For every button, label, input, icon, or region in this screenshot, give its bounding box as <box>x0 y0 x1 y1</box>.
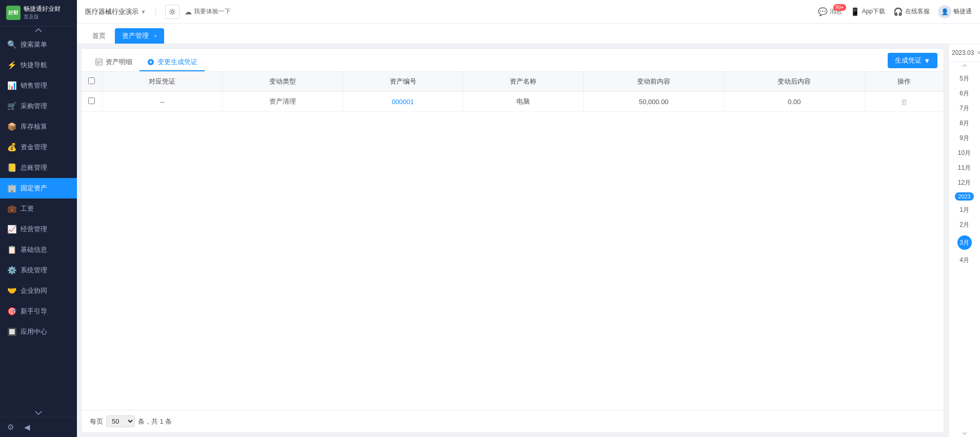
sidebar-item-sales[interactable]: 📊 销售管理 <box>0 75 77 96</box>
avatar: 👤 <box>938 5 951 18</box>
sidebar-item-label: 快捷导航 <box>21 61 47 70</box>
user-menu[interactable]: 👤 畅捷通 <box>938 5 972 18</box>
calendar-month-3-active[interactable]: 3月 <box>957 235 972 250</box>
settings-button[interactable] <box>165 5 179 19</box>
settings-icon[interactable]: ⚙ <box>7 423 14 432</box>
tab-asset-management[interactable]: 资产管理 × <box>115 28 164 44</box>
calendar-prev-button[interactable] <box>949 62 980 69</box>
fixed-assets-icon: 🏢 <box>7 184 16 193</box>
sidebar-item-ledger[interactable]: 📒 总账管理 <box>0 157 77 178</box>
message-icon: 💬 <box>818 7 828 16</box>
search-icon: 🔍 <box>7 40 16 49</box>
row-after-change: 0.00 <box>724 92 865 112</box>
sidebar-item-label: 基础信息 <box>21 245 47 254</box>
calendar-month-8[interactable]: 8月 <box>949 116 980 131</box>
online-service-label: 在线客服 <box>905 7 930 16</box>
select-all-checkbox[interactable] <box>88 77 95 84</box>
sidebar-item-label: 销售管理 <box>21 81 47 90</box>
sidebar-item-label: 新手引导 <box>21 307 47 316</box>
calendar-month-9[interactable]: 9月 <box>949 131 980 146</box>
calendar-month-12[interactable]: 12月 <box>949 175 980 190</box>
app-download-button[interactable]: 📱 App下载 <box>850 7 885 16</box>
th-voucher: 对应凭证 <box>102 72 223 92</box>
asset-code-link[interactable]: 000001 <box>392 98 414 106</box>
topbar-divider <box>155 8 156 16</box>
topbar: 医疗器械行业演示 ▼ ☁ 我要体验一下 💬 消息 99+ 📱 App下载 <box>77 0 980 24</box>
collapse-icon[interactable]: ◀ <box>24 423 30 432</box>
calendar-close-button[interactable]: × <box>974 48 980 57</box>
sub-tab-change-voucher-label: 变更生成凭证 <box>157 57 197 67</box>
generate-btn-label: 生成凭证 <box>895 56 922 65</box>
tab-home[interactable]: 首页 <box>85 28 113 44</box>
svg-point-0 <box>171 10 173 13</box>
row-before-change: 50,000.00 <box>584 92 724 112</box>
logo-title: 畅捷通好业财 <box>24 5 61 13</box>
row-asset-code: 000001 <box>343 92 463 112</box>
th-before-change: 变动前内容 <box>584 72 724 92</box>
sidebar-item-label: 固定资产 <box>21 184 47 193</box>
asset-table: 对应凭证 变动类型 资产编号 资产名称 变动前内容 变动后内容 操作 <box>82 72 944 112</box>
ledger-icon: 📒 <box>7 163 16 172</box>
sidebar-item-app-center[interactable]: 🔲 应用中心 <box>0 322 77 342</box>
sidebar-item-basic-info[interactable]: 📋 基础信息 <box>0 240 77 260</box>
table-container: 对应凭证 变动类型 资产编号 资产名称 变动前内容 变动后内容 操作 <box>82 72 944 410</box>
th-operation: 操作 <box>865 72 944 92</box>
calendar-month-7[interactable]: 7月 <box>949 101 980 116</box>
sidebar-item-system[interactable]: ⚙️ 系统管理 <box>0 260 77 281</box>
online-service-button[interactable]: 🎧 在线客服 <box>893 7 930 16</box>
calendar-month-6[interactable]: 6月 <box>949 86 980 101</box>
basic-info-icon: 📋 <box>7 245 16 254</box>
tab-close-icon[interactable]: × <box>154 33 157 39</box>
sidebar-item-label: 工资 <box>21 204 34 213</box>
row-change-type: 资产清理 <box>223 92 343 112</box>
sidebar-item-fixed-assets[interactable]: 🏢 固定资产 <box>0 178 77 198</box>
sidebar-item-operations[interactable]: 📈 经营管理 <box>0 219 77 240</box>
delete-button[interactable]: 🗑 <box>901 97 908 106</box>
experience-button[interactable]: ☁ 我要体验一下 <box>185 7 231 16</box>
sidebar-item-guide[interactable]: 🎯 新手引导 <box>0 301 77 322</box>
sidebar-scroll-down[interactable] <box>0 409 77 417</box>
calendar-next-button[interactable] <box>949 430 980 437</box>
sidebar-item-funds[interactable]: 💰 资金管理 <box>0 137 77 157</box>
calendar-month-11[interactable]: 11月 <box>949 161 980 175</box>
messages-button[interactable]: 💬 消息 99+ <box>818 7 842 16</box>
sidebar-item-inventory[interactable]: 📦 库存核算 <box>0 116 77 137</box>
sidebar-item-label: 总账管理 <box>21 163 47 172</box>
row-operation: 🗑 <box>865 92 944 112</box>
row-checkbox[interactable] <box>88 97 95 104</box>
experience-label: 我要体验一下 <box>194 7 231 16</box>
calendar-month-1[interactable]: 1月 <box>949 203 980 217</box>
generate-voucher-button[interactable]: 生成凭证 ▼ <box>888 53 937 68</box>
experience-icon: ☁ <box>185 8 192 16</box>
company-selector[interactable]: 医疗器械行业演示 ▼ <box>85 7 146 16</box>
sidebar: 好财 畅捷通好业财 普及版 🔍 搜索菜单 ⚡ 快捷导航 📊 销售管理 🛒 采购管… <box>0 0 77 437</box>
content-area: 资产明细 变更生成凭证 生成凭证 ▼ <box>77 44 980 437</box>
sidebar-logo: 好财 畅捷通好业财 普及版 <box>0 0 77 26</box>
calendar-month-5[interactable]: 5月 <box>949 71 980 86</box>
sub-tabs: 资产明细 变更生成凭证 生成凭证 ▼ <box>82 49 944 72</box>
purchase-icon: 🛒 <box>7 102 16 111</box>
th-asset-name: 资产名称 <box>463 72 584 92</box>
page-size-select[interactable]: 50 10 20 100 <box>106 415 135 427</box>
calendar-month-10[interactable]: 10月 <box>949 146 980 161</box>
messages-badge: 99+ <box>833 4 846 11</box>
inventory-icon: 📦 <box>7 122 16 131</box>
sub-tab-change-voucher[interactable]: 变更生成凭证 <box>139 54 205 71</box>
sidebar-item-cooperation[interactable]: 🤝 企业协同 <box>0 281 77 301</box>
sidebar-item-label: 企业协同 <box>21 286 47 295</box>
sidebar-scroll-up[interactable] <box>0 26 77 34</box>
company-name: 医疗器械行业演示 <box>85 7 138 16</box>
sidebar-item-quick-nav[interactable]: ⚡ 快捷导航 <box>0 55 77 75</box>
calendar-month-4[interactable]: 4月 <box>949 253 980 268</box>
sub-tab-asset-detail[interactable]: 资产明细 <box>88 54 139 71</box>
sidebar-item-purchase[interactable]: 🛒 采购管理 <box>0 96 77 116</box>
calendar-panel: 2023.03 × ⤢ 5月 6月 7月 8月 9月 10月 11月 12月 2 <box>948 44 980 437</box>
sidebar-item-label: 系统管理 <box>21 266 47 275</box>
download-icon: 📱 <box>850 7 860 16</box>
calendar-header-buttons: × ⤢ <box>974 48 980 57</box>
sidebar-item-search[interactable]: 🔍 搜索菜单 <box>0 34 77 55</box>
calendar-month-2[interactable]: 2月 <box>949 217 980 232</box>
th-asset-code: 资产编号 <box>343 72 463 92</box>
sidebar-item-salary[interactable]: 💼 工资 <box>0 198 77 219</box>
sidebar-bottom: ⚙ ◀ <box>0 417 77 437</box>
